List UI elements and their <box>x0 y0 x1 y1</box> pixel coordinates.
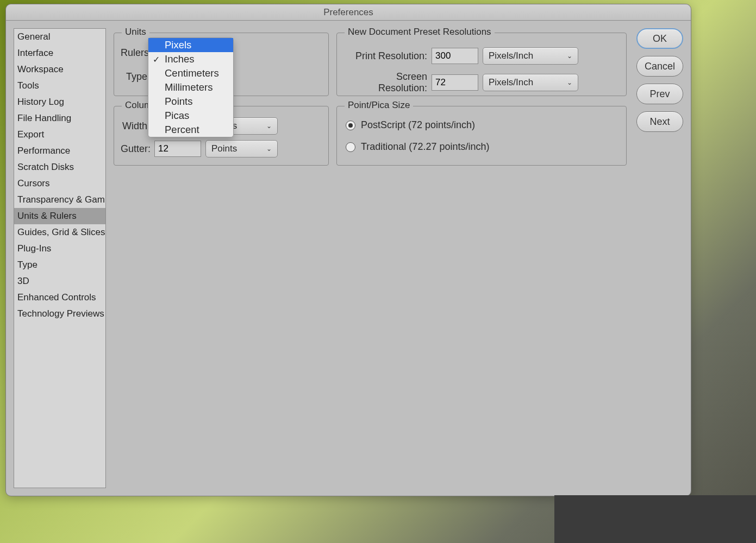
sidebar-item-file-handling[interactable]: File Handling <box>14 110 105 127</box>
dropdown-option-label: Centimeters <box>165 67 219 79</box>
preferences-sidebar[interactable]: GeneralInterfaceWorkspaceToolsHistory Lo… <box>14 28 106 488</box>
sidebar-item-export[interactable]: Export <box>14 127 105 143</box>
print-resolution-input[interactable] <box>432 48 478 64</box>
chevron-down-icon: ⌄ <box>266 122 272 130</box>
dropdown-option-label: Inches <box>165 53 195 65</box>
dropdown-option-label: Percent <box>165 124 199 135</box>
sidebar-item-cursors[interactable]: Cursors <box>14 175 105 192</box>
cancel-button[interactable]: Cancel <box>636 56 683 77</box>
print-res-unit-value: Pixels/Inch <box>489 50 533 61</box>
prev-button[interactable]: Prev <box>636 84 683 104</box>
preferences-dialog: Preferences GeneralInterfaceWorkspaceToo… <box>5 4 691 496</box>
dropdown-option-points[interactable]: Points <box>148 94 233 109</box>
column-gutter-unit-value: Points <box>211 143 237 154</box>
dropdown-option-millimeters[interactable]: Millimeters <box>148 80 233 94</box>
gutter-label: Gutter: <box>121 143 154 155</box>
point-pica-fieldset: Point/Pica Size PostScript (72 points/in… <box>336 106 627 166</box>
desktop-background: Preferences GeneralInterfaceWorkspaceToo… <box>0 0 756 543</box>
dropdown-option-inches[interactable]: ✓Inches <box>148 52 233 66</box>
sidebar-item-enhanced-controls[interactable]: Enhanced Controls <box>14 289 105 306</box>
next-button[interactable]: Next <box>636 111 683 132</box>
screen-resolution-unit-select[interactable]: Pixels/Inch ⌄ <box>483 74 578 91</box>
dropdown-option-label: Points <box>165 96 192 107</box>
sidebar-item-technology-previews[interactable]: Technology Previews <box>14 306 105 322</box>
traditional-radio[interactable] <box>346 142 355 152</box>
dropdown-option-picas[interactable]: Picas <box>148 109 233 123</box>
pointpica-legend: Point/Pica Size <box>345 100 413 111</box>
sidebar-item-units-rulers[interactable]: Units & Rulers <box>14 208 105 224</box>
dropdown-option-percent[interactable]: Percent <box>148 123 233 137</box>
postscript-label: PostScript (72 points/inch) <box>361 119 475 131</box>
dropdown-option-pixels[interactable]: Pixels <box>148 38 233 52</box>
units-legend: Units <box>122 27 149 37</box>
ok-button[interactable]: OK <box>636 28 683 49</box>
dialog-button-column: OK Cancel Prev Next <box>636 28 683 488</box>
newdoc-legend: New Document Preset Resolutions <box>345 27 495 37</box>
sidebar-item-plug-ins[interactable]: Plug-Ins <box>14 241 105 257</box>
dialog-body: GeneralInterfaceWorkspaceToolsHistory Lo… <box>6 21 691 496</box>
sidebar-item-scratch-disks[interactable]: Scratch Disks <box>14 159 105 175</box>
sidebar-item-general[interactable]: General <box>14 29 105 45</box>
sidebar-item-workspace[interactable]: Workspace <box>14 61 105 78</box>
print-res-label: Print Resolution: <box>345 50 432 62</box>
column-gutter-input[interactable] <box>154 141 201 157</box>
sidebar-item-transparency-gamut[interactable]: Transparency & Gamut <box>14 192 105 208</box>
screen-res-unit-value: Pixels/Inch <box>489 77 533 88</box>
print-resolution-unit-select[interactable]: Pixels/Inch ⌄ <box>483 47 578 65</box>
new-doc-resolutions-fieldset: New Document Preset Resolutions Print Re… <box>336 33 627 96</box>
dropdown-option-label: Pixels <box>165 39 191 50</box>
chevron-down-icon: ⌄ <box>567 79 572 86</box>
column-gutter-unit-select[interactable]: Points ⌄ <box>205 140 278 157</box>
dropdown-option-label: Millimeters <box>165 81 213 93</box>
sidebar-item-type[interactable]: Type <box>14 257 105 273</box>
sidebar-item-guides-grid-slices[interactable]: Guides, Grid & Slices <box>14 224 105 241</box>
preferences-main-panel: Units Rulers: Type: Pixels✓InchesCentime… <box>114 28 629 488</box>
sidebar-item-interface[interactable]: Interface <box>14 45 105 61</box>
rulers-unit-dropdown[interactable]: Pixels✓InchesCentimetersMillimetersPoint… <box>148 37 234 137</box>
sidebar-item-history-log[interactable]: History Log <box>14 94 105 110</box>
window-title: Preferences <box>6 4 691 21</box>
postscript-radio[interactable] <box>346 121 355 130</box>
sidebar-item-tools[interactable]: Tools <box>14 78 105 94</box>
traditional-label: Traditional (72.27 points/inch) <box>361 141 489 153</box>
dropdown-option-label: Picas <box>165 110 189 121</box>
screen-res-label: Screen Resolution: <box>345 71 432 94</box>
background-dark-strip <box>554 495 756 543</box>
units-fieldset: Units Rulers: Type: Pixels✓InchesCentime… <box>114 33 329 96</box>
sidebar-item-3d[interactable]: 3D <box>14 273 105 289</box>
screen-resolution-input[interactable] <box>432 74 478 91</box>
sidebar-item-performance[interactable]: Performance <box>14 143 105 159</box>
chevron-down-icon: ⌄ <box>266 145 272 153</box>
chevron-down-icon: ⌄ <box>567 52 572 60</box>
check-icon: ✓ <box>153 54 160 65</box>
dropdown-option-centimeters[interactable]: Centimeters <box>148 66 233 80</box>
